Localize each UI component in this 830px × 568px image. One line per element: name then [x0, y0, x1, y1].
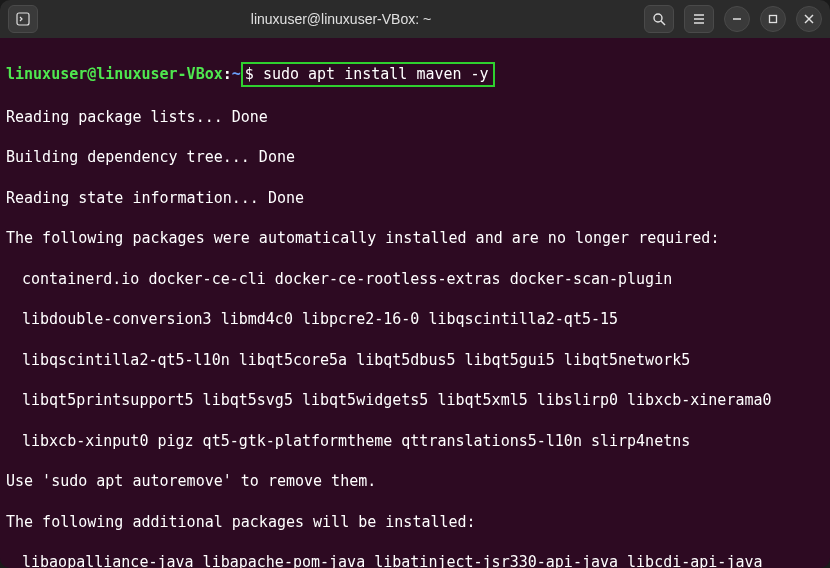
- prompt-colon: :: [223, 65, 232, 83]
- hamburger-icon: [692, 12, 706, 26]
- maximize-button[interactable]: [760, 6, 786, 32]
- output-line: The following additional packages will b…: [6, 512, 824, 532]
- terminal-plus-icon: [16, 12, 30, 26]
- window-title: linuxuser@linuxuser-VBox: ~: [46, 11, 636, 27]
- minimize-button[interactable]: [724, 6, 750, 32]
- close-icon: [804, 14, 814, 24]
- output-line: The following packages were automaticall…: [6, 228, 824, 248]
- output-line: containerd.io docker-ce-cli docker-ce-ro…: [6, 269, 824, 289]
- minimize-icon: [732, 14, 742, 24]
- output-line: libqscintilla2-qt5-l10n libqt5core5a lib…: [6, 350, 824, 370]
- prompt-path: ~: [232, 65, 241, 83]
- close-button[interactable]: [796, 6, 822, 32]
- search-button[interactable]: [644, 5, 674, 33]
- new-tab-button[interactable]: [8, 5, 38, 33]
- output-line: Use 'sudo apt autoremove' to remove them…: [6, 471, 824, 491]
- output-line: Reading package lists... Done: [6, 107, 824, 127]
- prompt-dollar: $: [245, 65, 254, 83]
- output-line: libqt5printsupport5 libqt5svg5 libqt5wid…: [6, 390, 824, 410]
- output-line: Building dependency tree... Done: [6, 147, 824, 167]
- output-line: libaopalliance-java libapache-pom-java l…: [6, 552, 824, 568]
- titlebar: linuxuser@linuxuser-VBox: ~: [0, 0, 830, 38]
- svg-rect-0: [17, 13, 29, 25]
- output-line: Reading state information... Done: [6, 188, 824, 208]
- prompt-user-host: linuxuser@linuxuser-VBox: [6, 65, 223, 83]
- command-highlight-box: $ sudo apt install maven -y: [241, 62, 495, 86]
- maximize-icon: [768, 14, 778, 24]
- output-line: libdouble-conversion3 libmd4c0 libpcre2-…: [6, 309, 824, 329]
- terminal-body[interactable]: linuxuser@linuxuser-VBox:~$ sudo apt ins…: [0, 38, 830, 568]
- output-line: libxcb-xinput0 pigz qt5-gtk-platformthem…: [6, 431, 824, 451]
- svg-line-2: [661, 21, 665, 25]
- svg-rect-7: [770, 16, 777, 23]
- search-icon: [652, 12, 666, 26]
- menu-button[interactable]: [684, 5, 714, 33]
- command-text: sudo apt install maven -y: [263, 65, 489, 83]
- svg-point-1: [654, 14, 662, 22]
